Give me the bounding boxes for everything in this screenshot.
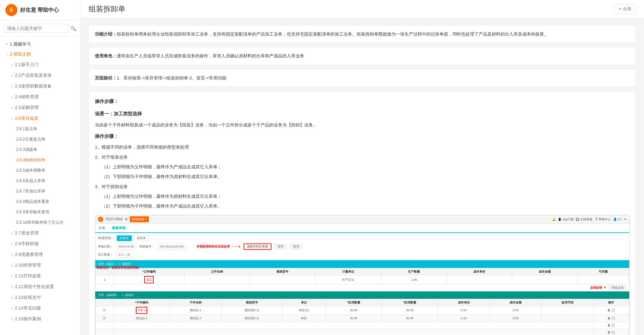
share-button[interactable]: ↗ 分享 — [614, 4, 636, 14]
sidebar-item-label: 2.14常见问题 — [15, 305, 41, 311]
inner-tab-new[interactable]: 新建单据 — [109, 224, 129, 233]
plus-icon-s: + — [11, 274, 13, 278]
sidebar-item-purchase[interactable]: + 2.5采购管理 — [0, 102, 80, 113]
row-avail-1 — [577, 275, 629, 284]
sidebar-item-help[interactable]: − 2.帮助文档 — [0, 49, 80, 59]
sidebar-item-data[interactable]: + 2.3使用前数据准备 — [0, 81, 80, 92]
inner-icon-service: 🎧 在线客服 — [576, 217, 592, 222]
sidebar-item-inv-error[interactable]: 2.6.10库存账本错了怎么办 — [0, 217, 80, 228]
inner-btn-save[interactable]: 保存 — [275, 244, 287, 249]
sidebar-item-payment[interactable]: + 2.13在线支付 — [0, 292, 80, 303]
lcol-actualqty: *实用数量 — [382, 299, 438, 306]
sidebar-item-label: 2.6.4组装拆卸单 — [16, 157, 45, 163]
share-label: 分享 — [623, 6, 632, 12]
lrow-cprice-1: 0.00 — [438, 306, 490, 315]
sidebar-item-label: 2.5采购管理 — [15, 105, 38, 111]
sidebar-item-other-in[interactable]: 2.6.6其他入库单 — [0, 176, 80, 186]
step3-1: （1）上部明细为父件明细，最终作为原材料生成其它出库单； — [95, 192, 630, 200]
step3-2: （2）下部明细为子件明细，最终作为产成品生成其它入库单。 — [95, 202, 630, 210]
sidebar-item-label: 2.13在线支付 — [15, 294, 41, 300]
lcol-ops: 操作 — [593, 299, 629, 306]
func-intro-text: 组装拆卸单用来处理企业组装或拆卸等加工业务，支持有固定装配清单的产品加工业务，也… — [117, 32, 548, 37]
lrow-check-4 — [96, 329, 114, 335]
sidebar-item-label: 2.6.2分量盘点单 — [16, 136, 45, 142]
search-box[interactable]: 🔍 — [0, 20, 80, 37]
search-input[interactable] — [4, 24, 68, 33]
inner-tabs: 自查 新建单据 — [95, 224, 629, 233]
sidebar-item-other-out[interactable]: 2.6.7其他出库单 — [0, 186, 80, 197]
inner-tab-home[interactable]: 自查 — [95, 224, 109, 233]
plus-icon-s: + — [11, 285, 13, 289]
annotation-area4: 启用处理 ▼ 审核品项 — [95, 284, 629, 291]
plus-icon-s: + — [11, 263, 13, 267]
plus-icon-s: + — [11, 106, 13, 110]
lrow-ops-4: 🗑 📋 — [593, 329, 629, 335]
inner-field-num[interactable]: AD-20191226-001 — [158, 243, 186, 250]
upper-section-area: 父件（成品） ＋ 添加行 组装业务、拆卸业务在这里切换 *父件编码 — [95, 260, 629, 284]
sidebar-item-cost-recalc[interactable]: 2.6.8商品成本重算 — [0, 197, 80, 207]
step1: 1、根据不同的业务，选择不同单据的类型来处理 — [95, 143, 630, 151]
inner-nav-icon: ⚙ — [125, 216, 128, 222]
inner-btn-cancel2[interactable]: 取消 — [290, 244, 302, 249]
lrow-unit-2: 单价 — [282, 315, 325, 322]
lrow-needqty-1: 30.00 — [326, 306, 382, 315]
sidebar-item-label: 1.视频学习 — [10, 41, 31, 47]
sidebar-item-inv-query[interactable]: 2.6.9库存账本查询 — [0, 207, 80, 217]
inner-field-count[interactable]: 1/人：次 — [116, 251, 132, 258]
role-block: 使用角色：通常由生产人员或库管人员完成拆装业务的操作，库管人员确认原材料的出库和… — [89, 47, 636, 65]
sidebar-item-finance[interactable]: + 2.7资金管理 — [0, 228, 80, 238]
sidebar-item-install[interactable]: + 2.2产品安装及登录 — [0, 70, 80, 81]
sidebar-item-faq[interactable]: + 2.14常见问题 — [0, 303, 80, 314]
sidebar-item-label: 2.2产品安装及登录 — [15, 72, 51, 78]
inner-btn-approve[interactable]: 审核品项 — [608, 285, 627, 291]
lcol-name: 子件名称 — [170, 299, 222, 306]
path-block: 页面路径：1、库存核算->库存管理->组装拆卸单 2、首页->常用功能 — [89, 69, 636, 87]
sidebar-item-cases[interactable]: + 2.15操作案例 — [0, 314, 80, 324]
lrow-needqty-2: 30.00 — [326, 315, 382, 322]
row-spec-1 — [250, 275, 315, 284]
inner-close[interactable]: ✕ — [624, 217, 627, 222]
lcol-cprice: 成本单价 — [438, 299, 490, 306]
sidebar-item-transfer[interactable]: 2.6.3调拨单 — [0, 145, 80, 155]
search-icon[interactable]: 🔍 — [70, 26, 76, 31]
ops-steps-heading: 操作步骤： — [95, 132, 630, 141]
lcol-unit: 单位 — [282, 299, 325, 306]
sidebar-item-stocktake[interactable]: 2.6.1盘点单 — [0, 124, 80, 134]
sidebar-item-biz[interactable]: + 2.10经营管理 — [0, 260, 80, 271]
upper-table: *父件编码 父件名称 规格型号 计量单位 生产数量 成本单价 成本金额 可供量 — [95, 268, 629, 284]
plus-icon-s: + — [11, 73, 13, 77]
inner-btn-bom[interactable]: 选择对科目单据 — [244, 243, 271, 250]
sidebar-item-label: 2.6.1盘点单 — [16, 126, 37, 132]
inner-btn-assembly[interactable]: 组装单 — [117, 235, 132, 241]
lrow-check-2: ☑ — [96, 315, 114, 322]
inner-new-btn[interactable]: 新建单据一 — [130, 216, 149, 222]
sidebar-item-label: 2.帮助文档 — [10, 51, 31, 57]
minus-icon: − — [5, 52, 8, 57]
lrow-ops-1: 🗑 📋 — [593, 306, 629, 315]
sidebar-item-partition[interactable]: 2.6.2分量盘点单 — [0, 134, 80, 145]
lower-section-add[interactable]: ＋ 添加行 — [121, 292, 134, 298]
sidebar-item-inventory[interactable]: − 2.6库存核算 — [0, 113, 80, 124]
inner-field-num-label: 单据编号： — [139, 244, 154, 249]
main-content: 组装拆卸单 ↗ 分享 功能介绍：组装拆卸单用来处理企业组装或拆卸等加工业务，支持… — [80, 0, 644, 335]
row-qty-1: 1.00 — [381, 275, 447, 284]
inner-field-date[interactable]: 2019-12-26 — [116, 243, 136, 250]
sidebar-item-assembly[interactable]: 2.6.4组装拆卸单 — [0, 155, 80, 165]
inner-fields-row: 单据日期： 2019-12-26 单据编号： AD-20191226-001 有… — [98, 243, 627, 250]
step2-1: （1）上部明细为父件明细，最终作为产成品生成其它入库单； — [95, 163, 630, 171]
sidebar-item-newbie[interactable]: + 2.1新手入门 — [0, 59, 80, 70]
scene1-desc: 当由多个子件材料组装成一个成品的业务为【组装】业务，当由一个父件拆分成多个子产品… — [95, 121, 630, 129]
sidebar-item-mobile[interactable]: + 2.8手机旺铺 — [0, 238, 80, 249]
sidebar-item-label: 2.6.5成本调整单 — [16, 168, 45, 173]
inner-topbar-right: 🔔 📱 App下载 🎧 在线客服 ❓ 帮助中心 👤 CC ✕ — [552, 217, 627, 222]
sidebar-item-label: 2.6.6其他入库单 — [16, 178, 45, 184]
sidebar-item-sales[interactable]: + 2.4销售管理 — [0, 92, 80, 102]
sidebar-item-settings[interactable]: + 2.12系统个性化设置 — [0, 281, 80, 292]
sidebar-item-print[interactable]: + 2.11打印设置 — [0, 271, 80, 281]
sidebar-item-video[interactable]: + 1.视频学习 — [0, 39, 80, 49]
sidebar-item-cost-adj[interactable]: 2.6.5成本调整单 — [0, 165, 80, 176]
sidebar-item-coupon[interactable]: + 2.9优惠券管理 — [0, 249, 80, 260]
inner-btn-disassembly[interactable]: 拆卸单 — [134, 235, 149, 241]
plus-icon-s: + — [11, 63, 13, 67]
plus-icon-s: + — [11, 242, 13, 246]
